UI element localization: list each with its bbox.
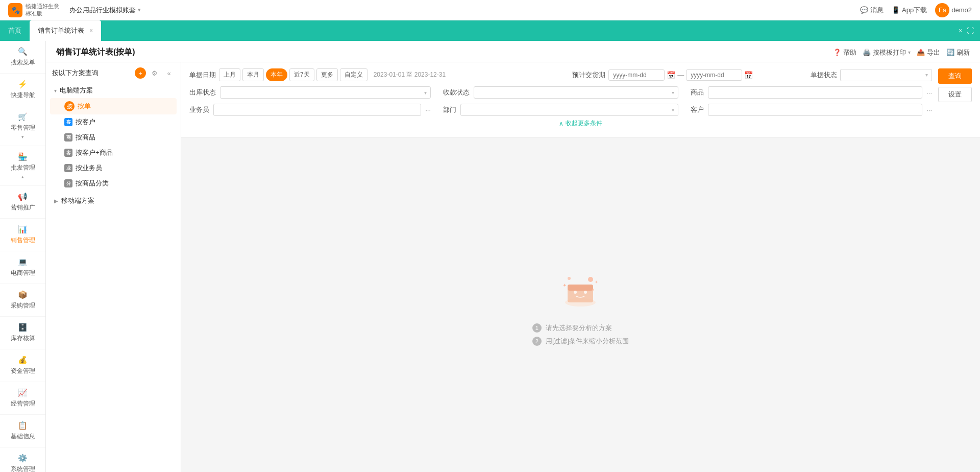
goods-input[interactable] bbox=[708, 86, 922, 99]
refresh-icon: 🔄 bbox=[946, 49, 954, 56]
add-scheme-button[interactable]: + bbox=[135, 67, 146, 79]
department-col: 部门 bbox=[437, 104, 684, 116]
export-button[interactable]: 📤 导出 bbox=[917, 48, 940, 57]
purchase-icon: 📦 bbox=[18, 290, 28, 299]
date-btn-this-year[interactable]: 本年 bbox=[266, 68, 287, 81]
sidebar-item-search[interactable]: 🔍 搜索菜单 bbox=[0, 41, 45, 74]
date-btn-custom[interactable]: 自定义 bbox=[340, 68, 368, 81]
sidebar-item-wholesale[interactable]: 🏪 批发管理 ▴ bbox=[0, 146, 45, 186]
date-filter-label: 单据日期 bbox=[189, 70, 216, 80]
settings-button[interactable]: 设置 bbox=[938, 87, 972, 102]
scheme-item-by-salesman[interactable]: 业 按业务员 bbox=[50, 160, 177, 176]
salesman-input[interactable] bbox=[213, 104, 421, 116]
scheme-icon-by-order: 按 bbox=[64, 101, 75, 111]
empty-illustration: ✦ ✦ bbox=[555, 264, 606, 315]
scheme-settings-button[interactable]: ⚙ bbox=[149, 67, 160, 79]
status-select-wrapper bbox=[840, 69, 932, 81]
date-btn-more[interactable]: 更多 bbox=[316, 68, 338, 81]
operations-icon: 📈 bbox=[18, 388, 28, 397]
department-label: 部门 bbox=[443, 105, 456, 114]
sidebar-item-operations[interactable]: 📈 经营管理 bbox=[0, 382, 45, 415]
svg-point-5 bbox=[588, 277, 593, 282]
message-icon: 💬 bbox=[860, 6, 868, 14]
refresh-button[interactable]: 🔄 刷新 bbox=[946, 48, 970, 57]
left-panel-header: 按以下方案查询 + ⚙ « bbox=[46, 67, 181, 83]
help-button[interactable]: ❓ 帮助 bbox=[833, 48, 856, 57]
tab-sales-order-stats[interactable]: 销售订单统计表 × bbox=[30, 20, 101, 41]
department-select[interactable] bbox=[460, 104, 678, 116]
right-panel: 单据日期 上月 本月 本年 近7天 更多 自定义 bbox=[181, 62, 980, 472]
collapse-filter-button[interactable]: ∧ 收起更多条件 bbox=[559, 119, 602, 128]
sidebar-item-ecommerce[interactable]: 💻 电商管理 bbox=[0, 251, 45, 284]
sidebar-item-purchase[interactable]: 📦 采购管理 bbox=[0, 284, 45, 317]
left-panel: 按以下方案查询 + ⚙ « bbox=[46, 62, 181, 472]
breadcrumb[interactable]: 办公用品行业模拟账套 ▾ bbox=[69, 6, 141, 15]
tab-bar: 首页 销售订单统计表 × × ⛶ bbox=[0, 20, 980, 41]
svg-text:✦: ✦ bbox=[595, 280, 598, 285]
date-btn-last-month[interactable]: 上月 bbox=[219, 68, 240, 81]
panel-layout: 按以下方案查询 + ⚙ « bbox=[46, 62, 980, 472]
user-menu[interactable]: Ea demo2 bbox=[935, 3, 972, 17]
svg-rect-2 bbox=[568, 285, 593, 291]
payment-status-select[interactable] bbox=[474, 86, 678, 99]
expected-delivery-label: 预计交货期 bbox=[572, 70, 605, 80]
expected-delivery-start[interactable] bbox=[608, 69, 665, 81]
delivery-status-wrapper bbox=[220, 86, 431, 99]
sidebar-item-retail[interactable]: 🛒 零售管理 ▾ bbox=[0, 106, 45, 146]
empty-tip-1: 1 请先选择要分析的方案 bbox=[532, 323, 629, 333]
scheme-label-by-salesman: 按业务员 bbox=[76, 163, 102, 173]
sidebar-item-inventory[interactable]: 🗄️ 库存核算 bbox=[0, 317, 45, 349]
scheme-icon-by-customer: 客 bbox=[64, 118, 72, 126]
sidebar-item-marketing[interactable]: 📢 营销推广 bbox=[0, 186, 45, 219]
scheme-label-by-customer-goods: 按客户+商品 bbox=[76, 148, 113, 157]
calendar-start-icon[interactable]: 📅 bbox=[667, 71, 675, 79]
chevron-down-icon: ▾ bbox=[21, 134, 24, 139]
mobile-scheme-header[interactable]: ▶ 移动端方案 bbox=[50, 193, 177, 208]
query-buttons: 查询 设置 bbox=[932, 68, 972, 102]
scheme-item-by-customer[interactable]: 客 按客户 bbox=[50, 114, 177, 130]
date-btn-this-month[interactable]: 本月 bbox=[242, 68, 264, 81]
calendar-end-icon[interactable]: 📅 bbox=[744, 71, 753, 79]
scheme-item-by-order[interactable]: 按 按单 bbox=[50, 98, 177, 114]
filter-collapse: ∧ 收起更多条件 bbox=[189, 116, 972, 131]
scheme-item-by-goods[interactable]: 商 按商品 bbox=[50, 130, 177, 145]
delivery-status-select[interactable] bbox=[220, 86, 431, 99]
sidebar-item-quick-nav[interactable]: ⚡ 快捷导航 bbox=[0, 74, 45, 106]
tab-close-icon[interactable]: × bbox=[89, 27, 93, 34]
window-close-icon[interactable]: × bbox=[959, 27, 963, 35]
status-select[interactable] bbox=[840, 69, 932, 81]
export-icon: 📤 bbox=[917, 49, 925, 56]
pc-scheme-header[interactable]: ▾ 电脑端方案 bbox=[50, 83, 177, 98]
scheme-icon-by-category: 分 bbox=[64, 179, 72, 187]
panel-collapse-button[interactable]: « bbox=[163, 67, 175, 79]
goods-ellipsis[interactable]: ··· bbox=[926, 89, 932, 97]
tab-home[interactable]: 首页 bbox=[0, 20, 30, 41]
sidebar: 🔍 搜索菜单 ⚡ 快捷导航 🛒 零售管理 ▾ 🏪 批发管理 ▴ 📢 营销推广 📊… bbox=[0, 41, 46, 472]
expected-delivery-end[interactable] bbox=[686, 69, 742, 81]
tip-num-1: 1 bbox=[532, 323, 542, 333]
date-btn-7days[interactable]: 近7天 bbox=[289, 68, 314, 81]
pc-section-arrow-icon: ▾ bbox=[54, 88, 57, 93]
scheme-item-by-customer-goods[interactable]: 客 按客户+商品 bbox=[50, 145, 177, 160]
scheme-label-by-category: 按商品分类 bbox=[76, 179, 109, 188]
scheme-icon-by-customer-goods: 客 bbox=[64, 149, 72, 157]
tip-num-2: 2 bbox=[532, 337, 542, 346]
print-button[interactable]: 🖨️ 按模板打印 ▾ bbox=[863, 48, 911, 57]
salesman-ellipsis[interactable]: ··· bbox=[425, 106, 431, 114]
logo-text: 畅捷通好生意 标准版 bbox=[26, 3, 59, 16]
sidebar-item-system[interactable]: ⚙️ 系统管理 bbox=[0, 447, 45, 472]
query-button[interactable]: 查询 bbox=[938, 68, 972, 84]
page-title: 销售订单统计表(按单) bbox=[56, 47, 135, 58]
message-button[interactable]: 💬 消息 bbox=[860, 6, 884, 15]
sidebar-item-basic[interactable]: 📋 基础信息 bbox=[0, 415, 45, 447]
top-bar: 🐾 畅捷通好生意 标准版 办公用品行业模拟账套 ▾ 💬 消息 📱 App下载 E… bbox=[0, 0, 980, 20]
status-label: 单据状态 bbox=[811, 70, 837, 80]
scheme-item-by-category[interactable]: 分 按商品分类 bbox=[50, 176, 177, 191]
sidebar-item-finance[interactable]: 💰 资金管理 bbox=[0, 349, 45, 382]
sidebar-item-sales[interactable]: 📊 销售管理 bbox=[0, 219, 45, 251]
pc-scheme-group: ▾ 电脑端方案 按 按单 客 按客户 商 bbox=[50, 83, 177, 191]
customer-ellipsis[interactable]: ··· bbox=[926, 106, 932, 114]
customer-input[interactable] bbox=[708, 104, 922, 116]
window-maximize-icon[interactable]: ⛶ bbox=[967, 27, 974, 35]
app-download-button[interactable]: 📱 App下载 bbox=[892, 6, 927, 15]
